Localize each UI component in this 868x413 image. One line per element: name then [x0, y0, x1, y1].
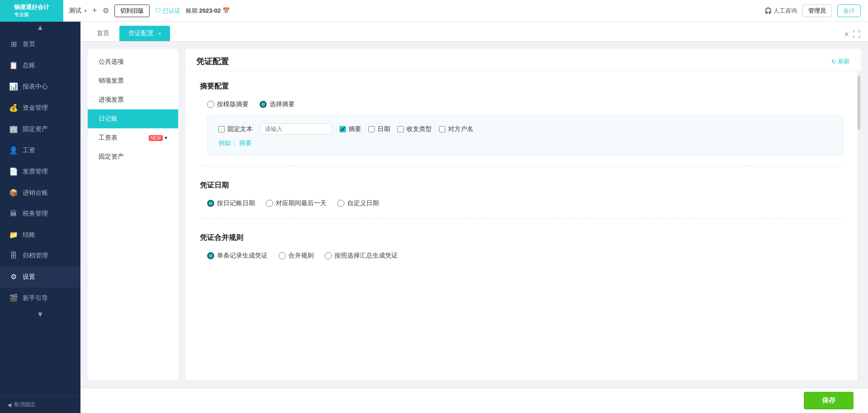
tab-voucher-config[interactable]: 凭证配置 ×: [119, 26, 170, 41]
income-type-checkbox[interactable]: [397, 126, 404, 132]
left-nav-fixed-assets[interactable]: 固定资产: [88, 147, 178, 166]
tab-close-icon[interactable]: ×: [158, 31, 161, 36]
sidebar-label-closing: 结账: [23, 231, 35, 239]
radio-select[interactable]: [259, 101, 267, 108]
sidebar-scroll-down[interactable]: ▼: [0, 309, 80, 320]
summary-checkbox[interactable]: [340, 126, 346, 132]
period-value: 2023-02: [199, 7, 221, 14]
admin-button[interactable]: 管理员: [802, 5, 832, 17]
sidebar-item-home[interactable]: ⊞ 首页: [0, 33, 80, 55]
sidebar-item-invoices[interactable]: 📄 发票管理: [0, 161, 80, 182]
certified-label: 已认证: [163, 7, 180, 15]
archive-icon: 🗄: [9, 252, 18, 260]
date-checkbox[interactable]: [368, 126, 375, 132]
radio-journal-date[interactable]: [207, 200, 214, 207]
sidebar-item-guide[interactable]: 🎬 新手引导: [0, 287, 80, 309]
summary-sub-panel: 固定文本 摘要: [207, 116, 843, 155]
project-dropdown-icon[interactable]: ▾: [84, 8, 87, 14]
page-content: 公共选项 销项发票 进项发票 日记账 工资表 NEW ▾: [80, 42, 868, 388]
radio-select-summary-label[interactable]: 按照选择汇总生成凭证: [325, 252, 398, 260]
sidebar-label-guide: 新手引导: [23, 294, 48, 302]
left-nav-purchase-invoice[interactable]: 进项发票: [88, 90, 178, 109]
wages-icon: 👤: [9, 146, 18, 155]
radio-custom-label[interactable]: 自定义日期: [337, 199, 379, 207]
radio-merge-rules[interactable]: [278, 252, 286, 259]
sidebar-item-settings[interactable]: ⚙ 设置: [0, 266, 80, 287]
radio-single-label[interactable]: 单条记录生成凭证: [207, 252, 268, 260]
calendar-icon[interactable]: 📅: [222, 7, 230, 14]
summary-checkbox-label[interactable]: 摘要: [340, 125, 361, 133]
sidebar-item-funds[interactable]: 💰 资金管理: [0, 97, 80, 118]
tab-voucher-config-label: 凭证配置: [128, 29, 154, 38]
left-nav-sales-invoice[interactable]: 销项发票: [88, 71, 178, 90]
consult-button[interactable]: 🎧 人工咨询: [764, 7, 797, 15]
counterpart-checkbox[interactable]: [439, 126, 445, 132]
topbar-add-icon[interactable]: +: [92, 6, 97, 15]
merge-radio-group: 单条记录生成凭证 合并规则 按照选择汇总生成凭证: [207, 252, 398, 260]
logo-line2: 专业版: [14, 11, 49, 18]
left-nav-public[interactable]: 公共选项: [88, 52, 178, 71]
radio-custom[interactable]: [337, 200, 344, 207]
cancel-fixed-button[interactable]: ◀ 取消固定: [0, 396, 80, 413]
topbar-settings-icon[interactable]: ⚙: [103, 6, 109, 15]
merge-section-title: 凭证合并规则: [200, 233, 843, 243]
sidebar-label-archive: 归档管理: [23, 252, 48, 260]
topbar: 畅捷通好会计 专业版 测试 ▾ + ⚙ 切到旧版 🛡 已认证 账期 2023-0…: [0, 0, 868, 22]
fixed-text-checkbox[interactable]: [218, 126, 225, 132]
main-layout: ▲ ⊞ 首页 📋 总账 📊 报表中心 💰 资金管理 🏢 固定资产 👤 工资 📄: [0, 22, 868, 413]
counterpart-checkbox-label[interactable]: 对方户名: [439, 125, 473, 133]
tax-icon: 🏛: [9, 210, 18, 218]
radio-period-last-label[interactable]: 对应期间最后一天: [266, 199, 326, 207]
summary-sub-row: 固定文本 摘要: [218, 123, 831, 135]
merge-section: 凭证合并规则 单条记录生成凭证 合并规则: [200, 233, 843, 271]
radio-single[interactable]: [207, 252, 214, 259]
radio-template-label[interactable]: 按模版摘要: [207, 100, 249, 108]
date-checkbox-label[interactable]: 日期: [368, 125, 390, 133]
radio-select-summary[interactable]: [325, 252, 332, 259]
sidebar-label-reports: 报表中心: [23, 83, 48, 91]
sidebar-item-tax[interactable]: 🏛 税务管理: [0, 203, 80, 224]
refresh-icon: ↻: [831, 58, 836, 65]
payroll-chevron-icon: ▾: [165, 135, 167, 141]
ledger-icon: 📋: [9, 61, 18, 70]
sidebar-item-closing[interactable]: 📁 结账: [0, 224, 80, 245]
accountant-button[interactable]: 会计: [837, 5, 861, 17]
summary-options: 按模版摘要 选择摘要: [200, 100, 843, 155]
switch-old-button[interactable]: 切到旧版: [114, 5, 150, 17]
sidebar-item-assets[interactable]: 🏢 固定资产: [0, 118, 80, 140]
period-label: 账期: [186, 7, 198, 15]
radio-period-last[interactable]: [266, 200, 273, 207]
close-window-button[interactable]: ×: [844, 30, 849, 39]
app-logo: 畅捷通好会计 专业版: [0, 0, 63, 22]
config-panel: 凭证配置 ↻ 刷新 摘要配置: [185, 49, 861, 380]
tab-home[interactable]: 首页: [88, 26, 118, 41]
project-selector[interactable]: 测试 ▾: [69, 7, 87, 15]
sidebar-item-reports[interactable]: 📊 报表中心: [0, 76, 80, 97]
radio-template[interactable]: [207, 101, 214, 108]
income-type-checkbox-label[interactable]: 收支类型: [397, 125, 432, 133]
fullscreen-button[interactable]: ⛶: [853, 30, 861, 39]
content-area: 首页 凭证配置 × × ⛶ 公共选项 销项发票 进项发票: [80, 22, 868, 413]
refresh-button[interactable]: ↻ 刷新: [831, 57, 850, 66]
sidebar-item-purchase-sales[interactable]: 📦 进销台账: [0, 182, 80, 203]
settings-icon: ⚙: [9, 272, 18, 281]
date-section: 凭证日期 按日记账日期 对应期间最后一天: [200, 181, 843, 219]
radio-journal-date-label[interactable]: 按日记账日期: [207, 199, 255, 207]
sidebar-scroll-up[interactable]: ▲: [0, 22, 80, 33]
summary-radio-group: 按模版摘要 选择摘要: [207, 100, 295, 108]
radio-select-label[interactable]: 选择摘要: [259, 100, 295, 108]
save-button[interactable]: 保存: [804, 392, 854, 409]
sidebar-item-archive[interactable]: 🗄 归档管理: [0, 245, 80, 266]
fixed-text-input[interactable]: [260, 123, 332, 135]
scroll-thumb[interactable]: [858, 75, 860, 130]
shield-icon: 🛡: [155, 7, 161, 14]
purchase-sales-icon: 📦: [9, 188, 18, 197]
sidebar-item-ledger[interactable]: 📋 总账: [0, 55, 80, 76]
left-nav-payroll[interactable]: 工资表 NEW ▾: [88, 128, 178, 147]
fixed-text-checkbox-label[interactable]: 固定文本: [218, 125, 253, 133]
period-info: 账期 2023-02 📅: [186, 7, 230, 15]
sidebar-item-wages[interactable]: 👤 工资: [0, 140, 80, 161]
project-name: 测试: [69, 7, 81, 15]
radio-merge-rules-label[interactable]: 合并规则: [278, 252, 314, 260]
left-nav-journal[interactable]: 日记账: [88, 109, 178, 128]
